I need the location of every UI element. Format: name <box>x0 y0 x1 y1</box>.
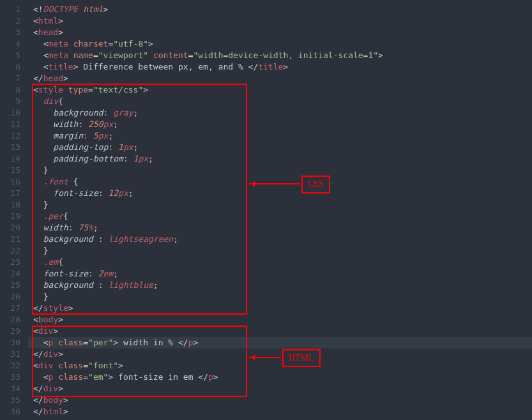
line-number: 13 <box>5 142 20 153</box>
code-line[interactable]: background : lightseagreen; <box>28 234 532 245</box>
code-line[interactable]: <head> <box>28 27 532 38</box>
line-number: 12 <box>5 130 20 142</box>
html-label: HTML <box>282 349 321 367</box>
line-number: 28 <box>5 314 20 326</box>
line-number: 1 <box>5 4 20 15</box>
gutter: 1234567891011121314151617181920212223242… <box>0 0 28 420</box>
line-number: 20 <box>5 222 20 234</box>
code-line[interactable]: width: 75%; <box>28 222 532 234</box>
code-line[interactable]: <meta name="viewport" content="width=dev… <box>28 50 532 61</box>
line-number: 32 <box>5 360 20 371</box>
line-number: 3 <box>5 27 20 38</box>
line-number: 34 <box>5 383 20 394</box>
code-line[interactable]: padding-top: 1px; <box>28 142 532 153</box>
code-line[interactable]: </body> <box>28 394 532 406</box>
line-number: 23 <box>5 257 20 268</box>
code-line[interactable]: width: 250px; <box>28 119 532 130</box>
line-number: 5 <box>5 50 20 61</box>
code-line[interactable]: </html> <box>28 406 532 417</box>
code-line[interactable]: <p class="per"> width in % </p> <box>28 337 532 349</box>
code-line[interactable]: <!DOCTYPE html> <box>28 4 532 15</box>
line-number: 4 <box>5 38 20 50</box>
line-number: 27 <box>5 303 20 314</box>
code-line[interactable]: .font { <box>28 176 532 188</box>
line-number: 24 <box>5 268 20 280</box>
code-line[interactable]: <div> <box>28 326 532 337</box>
line-number: 16 <box>5 176 20 188</box>
line-number: 33 <box>5 371 20 383</box>
line-number: 17 <box>5 188 20 199</box>
code-line[interactable]: <style type="text/css"> <box>28 84 532 96</box>
line-number: 36 <box>5 406 20 417</box>
code-line[interactable]: </div> <box>28 383 532 394</box>
code-line[interactable]: } <box>28 199 532 211</box>
line-number: 35 <box>5 394 20 406</box>
code-line[interactable]: .per{ <box>28 211 532 222</box>
html-arrow <box>249 357 281 358</box>
line-number: 26 <box>5 291 20 303</box>
line-number: 19 <box>5 211 20 222</box>
line-number: 29 <box>5 326 20 337</box>
line-number: 7 <box>5 73 20 84</box>
line-number: 21 <box>5 234 20 245</box>
css-label: CSS <box>301 176 330 193</box>
line-number: 14 <box>5 153 20 165</box>
code-line[interactable]: <meta charset="utf-8"> <box>28 38 532 50</box>
code-line[interactable]: } <box>28 291 532 303</box>
line-number: 18 <box>5 199 20 211</box>
code-line[interactable]: } <box>28 165 532 176</box>
line-number: 9 <box>5 96 20 107</box>
code-line[interactable]: <div class="font"> <box>28 360 532 371</box>
code-line[interactable]: } <box>28 245 532 257</box>
code-line[interactable]: .em{ <box>28 257 532 268</box>
line-number: 8 <box>5 84 20 96</box>
code-line[interactable]: <body> <box>28 314 532 326</box>
code-line[interactable]: </style> <box>28 303 532 314</box>
code-line[interactable]: font-size: 12px; <box>28 188 532 199</box>
code-line[interactable]: <p class="em"> font-size in em </p> <box>28 371 532 383</box>
code-line[interactable]: background : lightblue; <box>28 280 532 291</box>
code-line[interactable]: background: gray; <box>28 107 532 119</box>
code-line[interactable]: div{ <box>28 96 532 107</box>
line-number: 6 <box>5 61 20 73</box>
code-line[interactable]: margin: 5px; <box>28 130 532 142</box>
line-number: 11 <box>5 119 20 130</box>
code-line[interactable]: </div> <box>28 349 532 360</box>
line-number: 15 <box>5 165 20 176</box>
line-number: 10 <box>5 107 20 119</box>
code-line[interactable]: <title> Difference between px, em, and %… <box>28 61 532 73</box>
line-number: 22 <box>5 245 20 257</box>
css-arrow <box>249 183 300 184</box>
code-line[interactable]: <html> <box>28 15 532 27</box>
code-line[interactable]: font-size: 2em; <box>28 268 532 280</box>
code-line[interactable]: </head> <box>28 73 532 84</box>
code-line[interactable]: padding-bottom: 1px; <box>28 153 532 165</box>
line-number: 31 <box>5 349 20 360</box>
line-number: 25 <box>5 280 20 291</box>
line-number: 2 <box>5 15 20 27</box>
line-number: 30 <box>5 337 20 349</box>
